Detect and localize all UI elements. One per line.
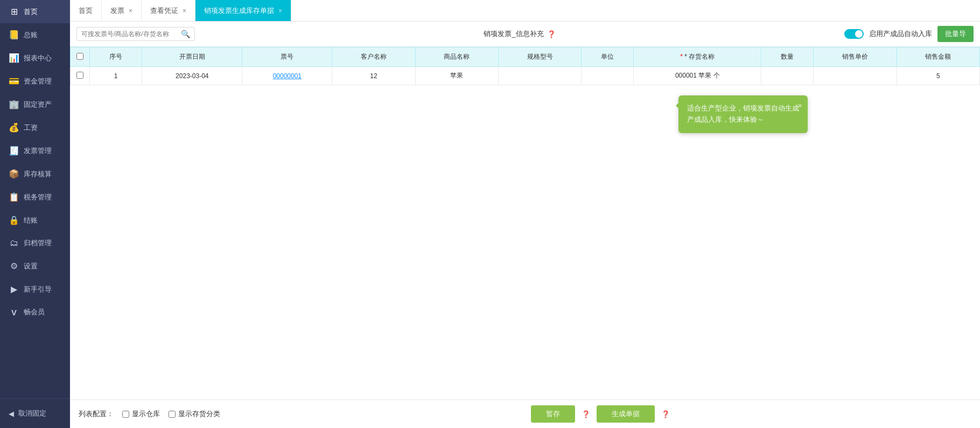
cell-spec bbox=[498, 67, 581, 85]
inventory-icon: 📦 bbox=[9, 169, 19, 179]
sidebar-item-label: 首页 bbox=[24, 7, 38, 17]
sidebar-item-label: 工资 bbox=[24, 123, 38, 133]
sidebar-item-report[interactable]: 📊 报表中心 bbox=[0, 46, 70, 70]
invoice-icon: 🧾 bbox=[9, 146, 19, 156]
page-content: 🔍 销项发票_信息补充 ❓ 启用产成品自动入库 批量导 bbox=[70, 22, 980, 428]
row-checkbox-cell bbox=[71, 67, 90, 85]
batch-button[interactable]: 批量导 bbox=[937, 26, 974, 42]
table-row: 1 2023-03-04 00000001 12 苹果 000001 苹果 个 … bbox=[71, 67, 980, 85]
sidebar-item-hr[interactable]: 💰 工资 bbox=[0, 116, 70, 139]
toolbar-center: 销项发票_信息补充 ❓ bbox=[201, 29, 838, 39]
show-category-label[interactable]: 显示存货分类 bbox=[169, 409, 220, 419]
tab-voucher[interactable]: 查看凭证 × bbox=[142, 0, 195, 21]
sidebar-item-funds[interactable]: 💳 资金管理 bbox=[0, 70, 70, 93]
header-checkbox-cell bbox=[71, 47, 90, 67]
tooltip-close-button[interactable]: × bbox=[798, 100, 802, 112]
tab-generate-close[interactable]: × bbox=[278, 7, 282, 15]
assets-icon: 🏢 bbox=[9, 99, 19, 109]
pin-icon: ◀ bbox=[9, 410, 14, 418]
data-table: 序号 开票日期 票号 客户名称 商品名称 规格型号 单位 * * 存货名称 数量… bbox=[70, 47, 980, 85]
sidebar-item-guide[interactable]: ▶ 新手引导 bbox=[0, 278, 70, 301]
ticket-link[interactable]: 00000001 bbox=[273, 72, 302, 80]
generate-button[interactable]: 生成单据 bbox=[597, 405, 655, 423]
cell-seq: 1 bbox=[90, 67, 142, 85]
tab-invoice[interactable]: 发票 × bbox=[102, 0, 142, 21]
table-header-row: 序号 开票日期 票号 客户名称 商品名称 规格型号 单位 * * 存货名称 数量… bbox=[71, 47, 980, 67]
header-unit: 单位 bbox=[582, 47, 634, 67]
tax-icon: 📋 bbox=[9, 192, 19, 202]
sidebar-item-label: 新手引导 bbox=[24, 285, 52, 294]
cell-goods: 苹果 bbox=[415, 67, 498, 85]
generate-help-icon[interactable]: ❓ bbox=[661, 410, 670, 418]
sidebar-bottom: ◀ 取消固定 bbox=[0, 398, 70, 428]
sidebar-item-home[interactable]: ⊞ 首页 bbox=[0, 0, 70, 23]
toggle-switch[interactable] bbox=[844, 29, 864, 39]
header-seq: 序号 bbox=[90, 47, 142, 67]
ledger-icon: 📒 bbox=[9, 30, 19, 40]
sidebar-item-label: 报表中心 bbox=[24, 53, 52, 63]
tab-generate[interactable]: 销项发票生成库存单据 × bbox=[195, 0, 291, 21]
bottom-bar: 列表配置： 显示仓库 显示存货分类 暂存 ❓ 生成单据 ❓ bbox=[70, 399, 980, 428]
sidebar-item-label: 总账 bbox=[24, 30, 38, 40]
sidebar-item-assets[interactable]: 🏢 固定资产 bbox=[0, 93, 70, 116]
show-category-checkbox[interactable] bbox=[169, 411, 176, 418]
toggle-slider[interactable] bbox=[844, 29, 864, 39]
search-input[interactable] bbox=[81, 30, 178, 38]
sidebar-item-label: 发票管理 bbox=[24, 146, 52, 156]
sidebar-item-label: 设置 bbox=[24, 261, 38, 271]
cell-price bbox=[814, 67, 897, 85]
tab-bar: 首页 发票 × 查看凭证 × 销项发票生成库存单据 × bbox=[70, 0, 980, 22]
show-warehouse-label[interactable]: 显示仓库 bbox=[122, 409, 160, 419]
toolbar: 🔍 销项发票_信息补充 ❓ 启用产成品自动入库 批量导 bbox=[70, 22, 980, 47]
sidebar-item-vip[interactable]: V 畅会员 bbox=[0, 301, 70, 323]
cell-unit bbox=[582, 67, 634, 85]
save-button[interactable]: 暂存 bbox=[531, 405, 575, 423]
cell-inventory[interactable]: 000001 苹果 个 bbox=[634, 67, 761, 85]
cell-date: 2023-03-04 bbox=[142, 67, 242, 85]
tab-generate-label: 销项发票生成库存单据 bbox=[204, 6, 274, 16]
row-checkbox[interactable] bbox=[76, 72, 83, 79]
tooltip-text: 适合生产型企业，销项发票自动生成产成品入库，快来体验～ bbox=[687, 104, 799, 123]
pin-button[interactable]: ◀ 取消固定 bbox=[0, 403, 70, 424]
cell-customer: 12 bbox=[332, 67, 415, 85]
sidebar-item-label: 畅会员 bbox=[24, 307, 45, 317]
tab-invoice-label: 发票 bbox=[110, 6, 124, 16]
sidebar-item-archive[interactable]: 🗂 归档管理 bbox=[0, 232, 70, 254]
sidebar-item-settings[interactable]: ⚙ 设置 bbox=[0, 254, 70, 278]
pin-label: 取消固定 bbox=[18, 409, 46, 418]
sidebar-item-invoice[interactable]: 🧾 发票管理 bbox=[0, 139, 70, 162]
header-spec: 规格型号 bbox=[498, 47, 581, 67]
info-label: 销项发票_信息补充 bbox=[484, 29, 543, 39]
sidebar-item-label: 资金管理 bbox=[24, 77, 52, 86]
table-container: 序号 开票日期 票号 客户名称 商品名称 规格型号 单位 * * 存货名称 数量… bbox=[70, 47, 980, 399]
header-amount: 销售金额 bbox=[897, 47, 979, 67]
list-config-label: 列表配置： bbox=[79, 409, 114, 419]
search-icon: 🔍 bbox=[181, 30, 190, 38]
settings-icon: ⚙ bbox=[9, 261, 19, 271]
sidebar-item-label: 固定资产 bbox=[24, 100, 52, 109]
header-inventory: * * 存货名称 bbox=[634, 47, 761, 67]
sidebar-item-ledger[interactable]: 📒 总账 bbox=[0, 23, 70, 46]
archive-icon: 🗂 bbox=[9, 238, 19, 248]
close-accounts-icon: 🔒 bbox=[9, 215, 19, 225]
cell-amount: 5 bbox=[897, 67, 979, 85]
tab-voucher-close[interactable]: × bbox=[183, 7, 186, 15]
guide-icon: ▶ bbox=[9, 284, 19, 294]
tab-home[interactable]: 首页 bbox=[70, 0, 102, 21]
home-icon: ⊞ bbox=[9, 6, 19, 17]
tab-invoice-close[interactable]: × bbox=[129, 7, 132, 15]
bottom-center: 暂存 ❓ 生成单据 ❓ bbox=[229, 405, 971, 423]
main-area: 首页 发票 × 查看凭证 × 销项发票生成库存单据 × 🔍 销项发票_信息补充 … bbox=[70, 0, 980, 428]
help-icon[interactable]: ❓ bbox=[547, 30, 556, 38]
sidebar-item-inventory[interactable]: 📦 库存核算 bbox=[0, 162, 70, 185]
show-warehouse-checkbox[interactable] bbox=[122, 411, 129, 418]
cell-no[interactable]: 00000001 bbox=[242, 67, 332, 85]
report-icon: 📊 bbox=[9, 53, 19, 63]
sidebar-item-close[interactable]: 🔒 结账 bbox=[0, 209, 70, 232]
sidebar-item-tax[interactable]: 📋 税务管理 bbox=[0, 185, 70, 209]
sidebar-item-label: 库存核算 bbox=[24, 169, 52, 179]
select-all-checkbox[interactable] bbox=[76, 53, 83, 60]
vip-icon: V bbox=[9, 308, 19, 317]
tooltip-popup: × 适合生产型企业，销项发票自动生成产成品入库，快来体验～ bbox=[678, 95, 808, 133]
save-help-icon[interactable]: ❓ bbox=[582, 410, 590, 418]
